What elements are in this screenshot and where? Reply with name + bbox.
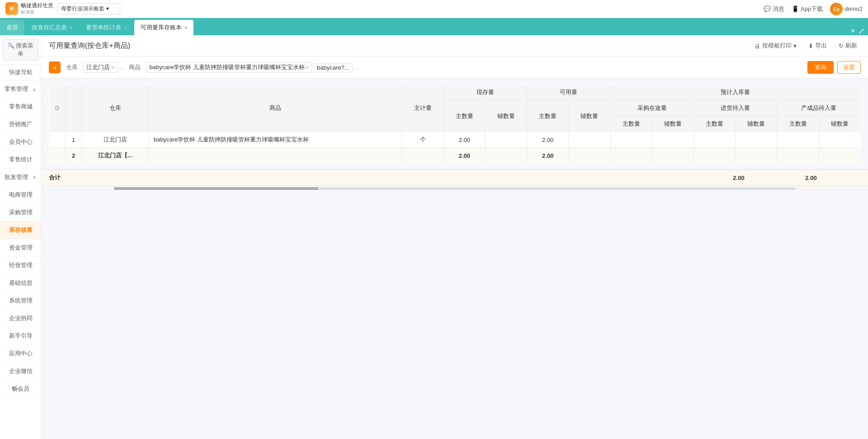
template-print-button[interactable]: 🖨 按模板打印 ▾ xyxy=(751,40,800,52)
expand-icon[interactable]: ⤢ xyxy=(859,27,864,35)
sidebar-item-member-center[interactable]: 会员中心 xyxy=(0,133,41,151)
subtotal-avail-main: 2.00 xyxy=(527,148,569,164)
col-available-header: 可用量 xyxy=(527,85,610,100)
query-button[interactable]: 查询 xyxy=(807,61,834,74)
avatar: Ea xyxy=(830,3,843,15)
horizontal-scrollbar[interactable] xyxy=(42,185,868,191)
col-purchase-pending-aux: 辅数量 xyxy=(736,116,777,132)
subtotal-pt-aux xyxy=(652,148,693,164)
page-actions: 🖨 按模板打印 ▾ ⬇ 导出 ↻ 刷新 xyxy=(751,40,861,52)
total-label: 合计 xyxy=(49,174,61,182)
sidebar-item-marketing[interactable]: 营销推广 xyxy=(0,116,41,133)
sidebar-item-new-guide[interactable]: 新手引导 xyxy=(0,327,41,345)
col-purchase-transit-header: 采购在途量 xyxy=(610,100,693,116)
subtotal-product xyxy=(149,148,402,164)
sidebar-item-ecommerce[interactable]: 电商管理 xyxy=(0,186,41,204)
quick-nav-button[interactable]: 快捷导航 xyxy=(0,65,41,80)
message-action[interactable]: 💬 消息 xyxy=(764,5,784,13)
download-icon: 📱 xyxy=(792,5,799,12)
logo-text: 畅捷通好生意 标准版 xyxy=(21,2,53,15)
filter-actions: 查询 设置 xyxy=(807,61,861,74)
cell-settings xyxy=(49,132,66,148)
total-stock-main: 2.00 xyxy=(725,175,752,181)
subtotal-pp-main xyxy=(694,148,736,164)
subtotal-pp-aux xyxy=(736,148,777,164)
export-button[interactable]: ⬇ 导出 xyxy=(805,40,830,52)
col-purchase-transit-main: 主数量 xyxy=(610,116,652,132)
sidebar-item-vip-member[interactable]: 畅会员 xyxy=(0,380,41,398)
col-settings: ⚙ xyxy=(49,85,66,132)
tab-home[interactable]: 首页 xyxy=(0,20,24,35)
cell-avail-main: 2.00 xyxy=(527,132,569,148)
refresh-icon: ↻ xyxy=(839,42,844,49)
main-layout: 🔍 搜索菜单 快捷导航 零售管理 ▲ 零售商城 营销推广 会员中心 零售统计 批… xyxy=(0,35,868,439)
col-current-stock-header: 现存量 xyxy=(443,85,527,100)
sidebar-item-wholesale-mgmt[interactable]: 批发管理 ▼ xyxy=(0,169,41,186)
page-header: 可用量查询(按仓库+商品) 🖨 按模板打印 ▾ ⬇ 导出 ↻ 刷新 xyxy=(42,35,868,57)
sidebar-item-finance[interactable]: 资金管理 xyxy=(0,239,41,257)
subtotal-fp-aux xyxy=(819,148,860,164)
subtotal-row: 2 江北门店【... 2.00 2.00 xyxy=(49,148,861,164)
sidebar-item-basic-info[interactable]: 基础信息 xyxy=(0,274,41,292)
cell-index: 1 xyxy=(66,132,82,148)
subtotal-stock-aux xyxy=(485,148,527,164)
sidebar-item-enterprise-wechat[interactable]: 企业微信 xyxy=(0,363,41,380)
cell-product: babycare学饮杯 儿童防摔防撞吸管杯重力球吸嘴杯宝宝水杯 xyxy=(149,132,402,148)
sidebar-item-inventory[interactable]: 库存核算 xyxy=(0,222,41,239)
product-filter-label: 商品 xyxy=(129,63,141,71)
industry-selector[interactable]: 母婴行业演示账套 ▾ xyxy=(57,3,120,14)
top-bar-left: 好 畅捷通好生意 标准版 母婴行业演示账套 ▾ xyxy=(5,2,120,15)
cell-purchase-transit-main xyxy=(610,132,652,148)
warehouse-tag[interactable]: 江北门店 × xyxy=(83,62,117,73)
col-avail-main: 主数量 xyxy=(527,100,569,132)
table-row: 1 江北门店 babycare学饮杯 儿童防摔防撞吸管杯重力球吸嘴杯宝宝水杯 个… xyxy=(49,132,861,148)
sidebar-item-retail-mall[interactable]: 零售商城 xyxy=(0,98,41,116)
sidebar-item-purchase[interactable]: 采购管理 xyxy=(0,204,41,222)
col-product: 商品 xyxy=(149,85,402,132)
warehouse-filter-label: 仓库 xyxy=(66,63,78,71)
product-tag-1[interactable]: babycare学饮杯 儿童防摔防撞吸管杯重力球吸嘴杯宝宝水杯 × xyxy=(146,62,312,73)
product-tag-2[interactable]: babycare?... xyxy=(314,63,353,72)
tab-available-inventory[interactable]: 可用量库存账本 × xyxy=(134,20,193,35)
close-all-icon[interactable]: × xyxy=(851,27,855,35)
subtotal-warehouse: 江北门店【... xyxy=(82,148,149,164)
col-purchase-pending-main: 主数量 xyxy=(694,116,736,132)
user-action[interactable]: Ea demo2 xyxy=(830,3,863,15)
setting-button[interactable]: 设置 xyxy=(837,61,861,74)
scrollbar-track xyxy=(114,187,796,190)
table-settings-icon[interactable]: ⚙ xyxy=(54,104,60,112)
cell-purchase-pending-main xyxy=(694,132,736,148)
tag-close-icon[interactable]: × xyxy=(306,65,309,70)
search-menu-button[interactable]: 🔍 搜索菜单 xyxy=(3,39,38,61)
page-title: 可用量查询(按仓库+商品) xyxy=(49,41,130,51)
tab-receive-summary[interactable]: 收发存汇总表 × xyxy=(25,20,79,35)
tab-order-stats[interactable]: 要货单统计表 × xyxy=(80,20,133,35)
filter-more-indicator[interactable]: ... xyxy=(119,64,123,71)
col-finished-main: 主数量 xyxy=(777,116,819,132)
message-icon: 💬 xyxy=(764,5,771,12)
subtotal-stock-main: 2.00 xyxy=(443,148,485,164)
content-area: 可用量查询(按仓库+商品) 🖨 按模板打印 ▾ ⬇ 导出 ↻ 刷新 » xyxy=(42,35,868,439)
tab-close-icon[interactable]: × xyxy=(70,25,72,30)
print-icon: 🖨 xyxy=(755,42,760,49)
sidebar-item-app-center[interactable]: 应用中心 xyxy=(0,345,41,363)
subtotal-settings xyxy=(49,148,66,164)
tab-close-icon[interactable]: × xyxy=(184,25,187,30)
sidebar-item-operations[interactable]: 经营管理 xyxy=(0,257,41,274)
scrollbar-thumb[interactable] xyxy=(114,187,318,190)
sidebar-item-system[interactable]: 系统管理 xyxy=(0,292,41,310)
sidebar-item-enterprise-collab[interactable]: 企业协同 xyxy=(0,310,41,327)
sidebar-item-retail-mgmt[interactable]: 零售管理 ▲ xyxy=(0,80,41,98)
warehouse-filter-tags: 江北门店 × ... xyxy=(83,62,123,73)
table-area: ⚙ 仓库 商品 主计量 现存量 可用量 预计入库量 主数量 辅数量 主数量 xyxy=(42,79,868,169)
filter-more-indicator-2[interactable]: ... xyxy=(354,64,359,71)
sidebar-item-retail-stats[interactable]: 零售统计 xyxy=(0,151,41,169)
col-stock-main: 主数量 xyxy=(443,100,485,132)
tab-close-icon[interactable]: × xyxy=(124,25,127,30)
app-download-action[interactable]: 📱 App下载 xyxy=(792,5,823,13)
subtotal-fp-main xyxy=(777,148,819,164)
refresh-button[interactable]: ↻ 刷新 xyxy=(835,40,861,52)
filter-expand-button[interactable]: » xyxy=(49,61,61,73)
table-header-row-1: ⚙ 仓库 商品 主计量 现存量 可用量 预计入库量 xyxy=(49,85,861,100)
tag-close-icon[interactable]: × xyxy=(111,65,114,70)
